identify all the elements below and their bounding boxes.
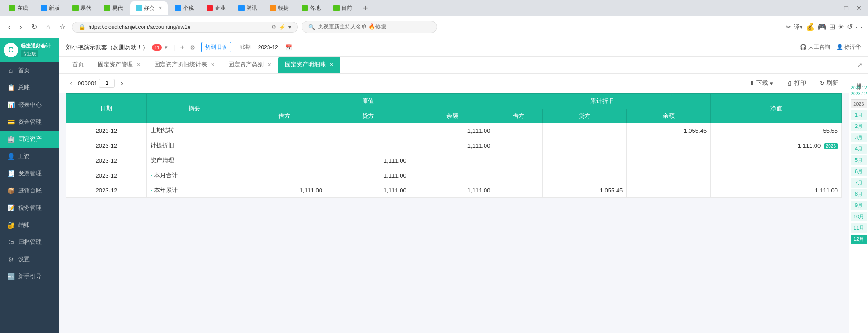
minimize-content-button[interactable]: —: [846, 61, 853, 69]
address-bar[interactable]: 🔒 https://cloud.chanjet.com/accounting/u…: [72, 22, 298, 33]
period-month-4[interactable]: 4月: [851, 144, 867, 154]
tab-close-haohui[interactable]: ✕: [158, 5, 162, 11]
period-month-7[interactable]: 7月: [851, 178, 867, 188]
cell-accum-balance: [627, 138, 711, 153]
sidebar-item-funds[interactable]: 💳 资金管理: [0, 113, 59, 131]
sidebar-item-inventory[interactable]: 📦 进销台账: [0, 182, 59, 199]
tab-close-asset-detail[interactable]: ✕: [330, 62, 334, 68]
tab-close-asset-category[interactable]: ✕: [267, 62, 271, 68]
cell-orig-debit: 1,111.00: [242, 183, 326, 198]
help-button[interactable]: 🎧 人工咨询: [800, 43, 830, 51]
ledger-table: 日期 摘要 原值 累计折旧 净值 借方 贷方 余额 借方: [66, 93, 842, 198]
page-input[interactable]: [99, 79, 115, 88]
back-button[interactable]: ‹: [5, 21, 13, 33]
company-selector[interactable]: 刘小艳演示账套（勿删勿动！） 11 ▾: [66, 43, 168, 52]
search-icon: 🔍: [308, 24, 315, 30]
period-month-8[interactable]: 8月: [851, 189, 867, 199]
maximize-content-button[interactable]: ⤢: [857, 61, 863, 69]
tab-fixed-asset-mgmt[interactable]: 固定资产管理 ✕: [91, 57, 147, 73]
settings-company-icon[interactable]: ⚙: [190, 44, 196, 51]
search-bar[interactable]: 🔍 央视更新主持人名单 🔥热搜: [302, 21, 437, 33]
period-month-1[interactable]: 1月: [851, 110, 867, 120]
cell-orig-credit: 1,111.00: [326, 168, 410, 183]
tab-online[interactable]: 在线: [4, 1, 33, 15]
sidebar-item-fixed-assets[interactable]: 🏢 固定资产: [0, 131, 59, 148]
period-month-12[interactable]: 12月: [851, 235, 867, 244]
download-button[interactable]: ⬇ 下载 ▾: [746, 77, 777, 89]
period-label: 账期: [240, 43, 251, 51]
download-dropdown-icon[interactable]: ▾: [770, 80, 773, 87]
tab-icon-yidai1: [72, 5, 79, 11]
sidebar-item-archive[interactable]: 🗂 归档管理: [0, 234, 59, 251]
sidebar-item-invoice[interactable]: 🧾 发票管理: [0, 165, 59, 182]
sidebar-item-general-ledger[interactable]: 📋 总账: [0, 79, 59, 96]
wallet-icon[interactable]: 💰: [806, 23, 815, 31]
maximize-button[interactable]: □: [842, 5, 851, 12]
tab-muqian[interactable]: 目前: [328, 1, 358, 15]
sidebar-item-tax[interactable]: 📝 税务管理: [0, 199, 59, 216]
cut-icon[interactable]: ✂: [786, 23, 791, 31]
game-icon[interactable]: 🎮: [817, 23, 826, 31]
page-prev-button[interactable]: ‹: [66, 78, 76, 89]
switch-old-version-button[interactable]: 切到旧版: [201, 42, 231, 52]
sidebar-item-guide[interactable]: 🆕 新手引导: [0, 268, 59, 285]
period-month-3[interactable]: 3月: [851, 133, 867, 142]
print-button[interactable]: 🖨 打印: [783, 77, 810, 89]
cell-summary: 资产清理: [146, 153, 242, 168]
translate-icon[interactable]: 译▾: [794, 23, 803, 31]
tab-new[interactable]: 新版: [35, 1, 65, 15]
home-button[interactable]: ⌂: [43, 21, 53, 33]
tab-home[interactable]: 首页: [66, 57, 90, 73]
period-year[interactable]: 2023: [851, 99, 867, 108]
sidebar-item-home[interactable]: ⌂ 首页: [0, 62, 59, 79]
sidebar-item-reports[interactable]: 📊 报表中心: [0, 96, 59, 113]
add-company-button[interactable]: +: [180, 43, 184, 52]
user-button[interactable]: 👤 徐泽华: [836, 43, 861, 51]
tab-qiye[interactable]: 企业: [201, 1, 231, 15]
company-dropdown-icon[interactable]: ▾: [165, 44, 168, 51]
tab-close-fixed-asset-mgmt[interactable]: ✕: [137, 62, 141, 68]
grid-icon[interactable]: ⊞: [829, 23, 835, 31]
tab-haohui[interactable]: 好会 ✕: [130, 1, 168, 15]
tab-asset-category[interactable]: 固定资产类别 ✕: [222, 57, 278, 73]
archive-icon: 🗂: [7, 239, 14, 246]
refresh-button[interactable]: ↻ 刷新: [816, 77, 842, 89]
tab-geshui[interactable]: 个税: [170, 1, 199, 15]
sidebar-item-settings[interactable]: ⚙ 设置: [0, 251, 59, 268]
tab-close-depreciation-stats[interactable]: ✕: [211, 62, 215, 68]
more-icon[interactable]: ⋯: [855, 23, 863, 31]
tab-yidai2[interactable]: 易代: [99, 1, 128, 15]
period-month-6[interactable]: 6月: [851, 167, 867, 176]
page-next-button[interactable]: ›: [117, 78, 127, 89]
dropdown-icon[interactable]: ▾: [288, 24, 291, 30]
sidebar-item-payroll[interactable]: 👤 工资: [0, 148, 59, 165]
tab-asset-detail[interactable]: 固定资产明细账 ✕: [278, 57, 340, 73]
cell-accum-debit: [494, 168, 542, 183]
minimize-button[interactable]: —: [827, 5, 839, 12]
tab-tencent[interactable]: 腾讯: [233, 1, 263, 15]
cell-accum-balance: [627, 183, 711, 198]
assets-icon: 🏢: [7, 136, 14, 143]
page-nav: ‹ 000001 ›: [66, 78, 127, 89]
history-icon[interactable]: ↺: [847, 23, 853, 31]
calendar-icon[interactable]: 📅: [285, 44, 292, 51]
period-month-9[interactable]: 9月: [851, 201, 867, 210]
new-tab-button[interactable]: +: [359, 4, 372, 13]
sun-icon[interactable]: ☀: [838, 23, 844, 31]
period-month-11[interactable]: 11月: [851, 223, 867, 233]
tab-depreciation-stats[interactable]: 固定资产折旧统计表 ✕: [148, 57, 221, 73]
sidebar-item-closing[interactable]: 🔐 结账: [0, 216, 59, 234]
period-month-5[interactable]: 5月: [851, 155, 867, 165]
tab-yidai1[interactable]: 易代: [67, 1, 97, 15]
reload-button[interactable]: ↻: [28, 21, 40, 33]
tab-icon-new: [41, 5, 47, 11]
app-layout: C 畅捷通好会计 专业版 ⌂ 首页 📋 总账 📊 报表中心 💳 资金管理 🏢 固…: [0, 38, 868, 333]
tab-gedi[interactable]: 各地: [296, 1, 326, 15]
top-bar: 刘小艳演示账套（勿删勿动！） 11 ▾ | + ⚙ 切到旧版 账期 2023-1…: [59, 38, 868, 57]
forward-button[interactable]: ›: [17, 21, 24, 33]
tab-changjie[interactable]: 畅捷: [264, 1, 294, 15]
period-month-10[interactable]: 10月: [851, 212, 867, 221]
bookmark-button[interactable]: ☆: [57, 21, 68, 33]
period-month-2[interactable]: 2月: [851, 122, 867, 131]
close-window-button[interactable]: ✕: [854, 5, 864, 12]
